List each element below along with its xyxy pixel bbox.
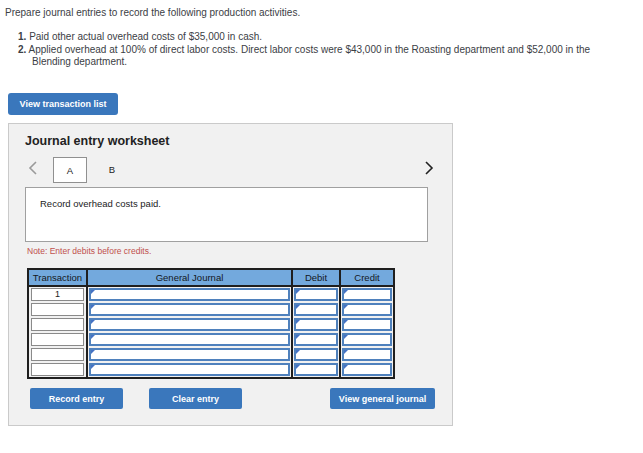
- column-header-transaction: Transaction: [29, 270, 88, 287]
- debit-input[interactable]: [294, 348, 338, 361]
- account-title-input[interactable]: [89, 318, 290, 331]
- chevron-left-icon[interactable]: [27, 160, 39, 176]
- credit-input[interactable]: [342, 363, 392, 376]
- transaction-number: [31, 303, 84, 316]
- clear-entry-button[interactable]: Clear entry: [149, 388, 242, 409]
- account-title-input[interactable]: [89, 288, 290, 301]
- table-row-6-transaction-cell: [29, 362, 88, 377]
- view-transaction-list-button[interactable]: View transaction list: [8, 93, 118, 115]
- table-row-2-debit-cell: [293, 302, 341, 317]
- debits-before-credits-note: Note: Enter debits before credits.: [27, 246, 151, 256]
- credit-input[interactable]: [342, 288, 392, 301]
- list-item: 2. Applied overhead at 100% of direct la…: [18, 44, 630, 69]
- account-title-input[interactable]: [89, 363, 290, 376]
- page: { "page": { "intro": "Prepare journal en…: [0, 0, 643, 453]
- table-row-6-account-cell: [88, 362, 293, 377]
- list-item-text: Applied overhead at 100% of direct labor…: [29, 44, 590, 68]
- table-row-4-account-cell: [88, 332, 293, 347]
- transaction-number: [31, 318, 84, 331]
- column-header-credit: Credit: [341, 270, 393, 287]
- table-row-4-transaction-cell: [29, 332, 88, 347]
- list-item-number: 2.: [18, 44, 26, 55]
- tab-a[interactable]: A: [53, 157, 87, 183]
- account-title-input[interactable]: [89, 348, 290, 361]
- account-title-input[interactable]: [89, 333, 290, 346]
- table-row-1-transaction-cell: 1: [29, 287, 88, 302]
- column-header-debit: Debit: [293, 270, 341, 287]
- table-row-5-transaction-cell: [29, 347, 88, 362]
- transaction-description: Record overhead costs paid.: [26, 188, 427, 219]
- list-item-number: 1.: [18, 31, 26, 42]
- transaction-number: [31, 363, 84, 376]
- debit-input[interactable]: [294, 333, 338, 346]
- table-row-1-debit-cell: [293, 287, 341, 302]
- column-header-general-journal: General Journal: [88, 270, 293, 287]
- tab-b[interactable]: B: [97, 157, 127, 183]
- table-row-3-transaction-cell: [29, 317, 88, 332]
- worksheet-title: Journal entry worksheet: [25, 134, 170, 148]
- record-entry-button[interactable]: Record entry: [30, 388, 123, 409]
- list-item-text: Paid other actual overhead costs of $35,…: [29, 31, 262, 42]
- table-row-4-credit-cell: [341, 332, 393, 347]
- transaction-description-box: Record overhead costs paid.: [25, 187, 428, 242]
- view-general-journal-button[interactable]: View general journal: [330, 388, 435, 409]
- activity-list: 1. Paid other actual overhead costs of $…: [18, 31, 630, 69]
- table-row-3-debit-cell: [293, 317, 341, 332]
- table-row-2-credit-cell: [341, 302, 393, 317]
- debit-input[interactable]: [294, 288, 338, 301]
- credit-input[interactable]: [342, 348, 392, 361]
- credit-input[interactable]: [342, 318, 392, 331]
- transaction-number: [31, 348, 84, 361]
- table-row-2-transaction-cell: [29, 302, 88, 317]
- table-row-1-account-cell: [88, 287, 293, 302]
- chevron-right-icon[interactable]: [423, 160, 435, 176]
- account-title-input[interactable]: [89, 303, 290, 316]
- instructions-text: Prepare journal entries to record the fo…: [5, 7, 300, 18]
- debit-input[interactable]: [294, 318, 338, 331]
- debit-input[interactable]: [294, 303, 338, 316]
- table-row-1-credit-cell: [341, 287, 393, 302]
- list-item: 1. Paid other actual overhead costs of $…: [18, 31, 630, 44]
- table-row-3-credit-cell: [341, 317, 393, 332]
- table-row-6-credit-cell: [341, 362, 393, 377]
- credit-input[interactable]: [342, 333, 392, 346]
- journal-entry-table: Transaction General Journal Debit Credit…: [27, 268, 395, 379]
- table-row-5-debit-cell: [293, 347, 341, 362]
- table-row-4-debit-cell: [293, 332, 341, 347]
- credit-input[interactable]: [342, 303, 392, 316]
- journal-entry-worksheet-panel: Journal entry worksheet A B Record overh…: [8, 123, 453, 426]
- table-row-5-account-cell: [88, 347, 293, 362]
- table-row-5-credit-cell: [341, 347, 393, 362]
- transaction-number: 1: [31, 288, 84, 301]
- table-row-6-debit-cell: [293, 362, 341, 377]
- table-row-2-account-cell: [88, 302, 293, 317]
- transaction-number: [31, 333, 84, 346]
- table-row-3-account-cell: [88, 317, 293, 332]
- debit-input[interactable]: [294, 363, 338, 376]
